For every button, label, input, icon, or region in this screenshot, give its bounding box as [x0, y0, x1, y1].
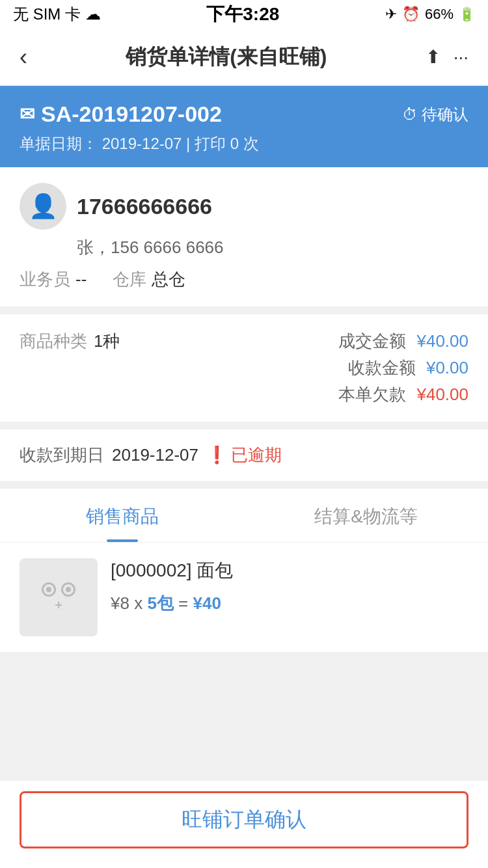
overdue-icon: ❗ [206, 445, 227, 465]
product-title: 面包 [197, 560, 233, 580]
back-button[interactable]: ‹ [20, 44, 27, 71]
price-equals: = [178, 593, 193, 613]
product-type: 商品种类 1种 [20, 330, 120, 353]
tabs-section: 销售商品 结算&物流等 [0, 489, 488, 543]
page-title: 销货单详情(来自旺铺) [126, 43, 327, 72]
owl-plus: + [55, 598, 62, 613]
product-info: [0000002] 面包 ¥8 x 5包 = ¥40 [111, 558, 468, 615]
summary-section: 商品种类 1种 成交金额 ¥40.00 收款金额 ¥0.00 本单欠款 ¥40.… [0, 314, 488, 422]
order-header-top: ✉ SA-20191207-002 ⏱ 待确认 [20, 102, 468, 127]
due-date-value: 2019-12-07 [112, 445, 198, 465]
owe-value: ¥40.00 [416, 385, 468, 405]
owe-row: 本单欠款 ¥40.00 [338, 383, 468, 406]
customer-phone: 17666666666 [77, 194, 212, 219]
status-badge: ⏱ 待确认 [402, 104, 468, 125]
amount-label: 成交金额 [338, 330, 406, 353]
owe-label: 本单欠款 [338, 383, 406, 406]
battery-status: 66% [425, 6, 454, 23]
owl-eye-left [42, 582, 56, 597]
product-price: ¥8 x 5包 = ¥40 [111, 592, 468, 615]
receipt-value: ¥0.00 [426, 358, 468, 378]
due-date-label: 收款到期日 [20, 444, 104, 467]
owl-eye-right [61, 582, 75, 597]
product-type-label: 商品种类 [20, 330, 87, 353]
due-date-section: 收款到期日 2019-12-07 ❗ 已逾期 [0, 429, 488, 481]
price-quantity: 5包 [147, 593, 173, 613]
tab-settlement[interactable]: 结算&物流等 [244, 489, 488, 542]
warehouse-item: 仓库 总仓 [113, 268, 185, 291]
print-info: | 打印 0 次 [186, 135, 259, 152]
owl-eyes [42, 582, 75, 597]
order-meta: 单据日期： 2019-12-07 | 打印 0 次 [20, 133, 468, 154]
overdue-badge: ❗ 已逾期 [206, 444, 282, 467]
status-bar: 无 SIM 卡 ☁ 下午3:28 ✈ ⏰ 66% 🔋 [0, 0, 488, 29]
status-right: ✈ ⏰ 66% 🔋 [385, 6, 475, 23]
customer-avatar: 👤 [20, 183, 66, 230]
tab-sales-products[interactable]: 销售商品 [0, 489, 244, 542]
order-date: 2019-12-07 [102, 135, 182, 152]
tab-sales-label: 销售商品 [86, 506, 159, 526]
share-icon[interactable]: ⬆ [426, 46, 441, 68]
more-icon[interactable]: ··· [454, 47, 468, 68]
owl-pupil-left [46, 587, 51, 592]
product-thumbnail: + [20, 558, 98, 636]
product-code: [0000002] [111, 560, 192, 580]
receipt-label: 收款金额 [348, 357, 416, 379]
empty-space [0, 652, 488, 782]
confirm-button[interactable]: 旺铺订单确认 [20, 791, 468, 848]
sim-status: 无 SIM 卡 ☁ [13, 4, 101, 25]
owl-logo: + [42, 582, 75, 613]
status-clock-icon: ⏱ [402, 105, 418, 124]
tabs-row: 销售商品 结算&物流等 [0, 489, 488, 543]
warehouse-value: 总仓 [152, 268, 185, 291]
receipt-row: 收款金额 ¥0.00 [348, 357, 468, 379]
nav-actions: ⬆ ··· [426, 46, 468, 68]
tab-settlement-label: 结算&物流等 [314, 506, 418, 526]
customer-meta: 业务员 -- 仓库 总仓 [20, 268, 468, 291]
product-type-value: 1种 [94, 330, 120, 353]
order-icon: ✉ [20, 103, 34, 125]
owl-pupil-right [66, 587, 71, 592]
alarm-icon: ⏰ [402, 6, 420, 23]
salesperson-value: -- [75, 269, 87, 290]
overdue-text: 已逾期 [231, 444, 282, 467]
location-icon: ✈ [385, 6, 397, 23]
product-name: [0000002] 面包 [111, 558, 468, 583]
customer-section: 👤 17666666666 张，156 6666 6666 业务员 -- 仓库 … [0, 167, 488, 306]
customer-row: 👤 17666666666 [20, 183, 468, 230]
price-prefix: ¥8 x [111, 593, 147, 613]
avatar-icon: 👤 [29, 193, 58, 220]
product-section: + [0000002] 面包 ¥8 x 5包 = ¥40 [0, 543, 488, 652]
status-time: 下午3:28 [206, 2, 279, 27]
status-text: 待确认 [422, 104, 468, 125]
date-label: 单据日期： [20, 135, 98, 152]
price-total: ¥40 [193, 593, 221, 613]
nav-bar: ‹ 销货单详情(来自旺铺) ⬆ ··· [0, 29, 488, 86]
bottom-bar: 旺铺订单确认 [0, 780, 488, 868]
order-id-value: SA-20191207-002 [41, 102, 222, 127]
order-id: ✉ SA-20191207-002 [20, 102, 222, 127]
order-header: ✉ SA-20191207-002 ⏱ 待确认 单据日期： 2019-12-07… [0, 86, 488, 167]
salesperson-label: 业务员 [20, 268, 70, 291]
salesperson-item: 业务员 -- [20, 268, 87, 291]
status-left: 无 SIM 卡 ☁ [13, 4, 101, 25]
customer-name: 张，156 6666 6666 [20, 236, 468, 259]
amount-row: 成交金额 ¥40.00 [338, 330, 468, 353]
amounts: 成交金额 ¥40.00 收款金额 ¥0.00 本单欠款 ¥40.00 [338, 330, 468, 406]
battery-icon: 🔋 [459, 7, 475, 22]
amount-value: ¥40.00 [416, 331, 468, 351]
warehouse-label: 仓库 [113, 268, 146, 291]
